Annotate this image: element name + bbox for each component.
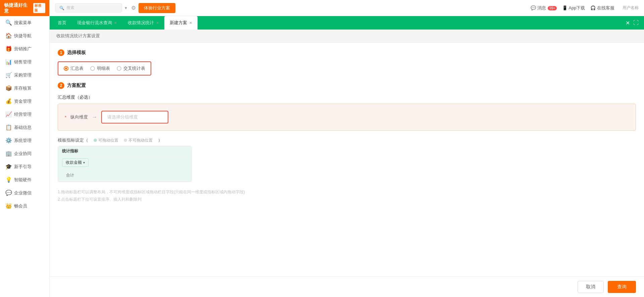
sidebar-item-label: 系统管理: [14, 138, 32, 144]
vertical-dimension-label: 纵向维度: [70, 114, 88, 120]
cart-icon: 🛒: [5, 72, 11, 78]
metrics-table: 统计指标 收款金额 ▾ 合计: [58, 146, 192, 182]
query-button[interactable]: 查询: [608, 281, 636, 293]
section2-num: 2: [58, 82, 64, 89]
radio-detail[interactable]: 明细表: [90, 65, 110, 71]
required-marker: *: [65, 115, 66, 120]
maximize-icon[interactable]: ⛶: [633, 20, 639, 26]
dimension-label-text: 汇总维度（必选）: [58, 95, 93, 100]
sidebar-item-label: 基础信息: [14, 125, 32, 131]
tabbar-right: ✕ ⛶: [626, 20, 641, 26]
topbar: 🔍 搜索 ▾ ⚙ 体验行业方案 💬 消息 99+ 📱 App下载 🎧 在线客服 …: [50, 0, 644, 16]
form-area: 1 选择模板 汇总表 明细表 交叉统计表 2: [50, 43, 644, 277]
bulb-icon: 💡: [5, 177, 11, 183]
tip-2: 2.点击标题栏下拉可设置排序、插入列和删除列: [58, 196, 636, 203]
close-window-icon[interactable]: ✕: [626, 20, 630, 26]
sidebar-item-label: 库存核算: [14, 85, 32, 91]
radio-cross-dot: [117, 66, 121, 71]
radio-summary-label: 汇总表: [70, 65, 84, 71]
sidebar-item-search[interactable]: 🔍 搜索菜单: [0, 16, 49, 29]
download-item[interactable]: 📱 App下载: [562, 5, 585, 11]
sidebar-item-purchase[interactable]: 🛒 采购管理: [0, 68, 49, 82]
sidebar-item-label: 资金管理: [14, 98, 32, 104]
notification-label: 消息: [537, 5, 546, 10]
sidebar-item-corp[interactable]: 🏢 企业协同: [0, 147, 49, 160]
tab-new-plan-close[interactable]: ✕: [189, 21, 192, 25]
tab-bank[interactable]: 现金银行流水查询 ✕: [72, 16, 122, 30]
content-area: 收款情况统计方案设置 1 选择模板 汇总表 明细表 交叉统计表: [50, 30, 644, 277]
metrics-dropdown-arrow: ▾: [83, 161, 85, 164]
template-section: 汇总表 明细表 交叉统计表: [58, 61, 151, 76]
tab-bank-close[interactable]: ✕: [114, 21, 117, 25]
section1-header: 1 选择模板: [58, 49, 636, 56]
sidebar-item-label: 快捷导航: [14, 33, 32, 39]
search-placeholder: 搜索: [66, 5, 74, 11]
tab-collection-close[interactable]: ✕: [156, 21, 159, 25]
fixed-hint: 不可拖动位置: [124, 138, 153, 143]
sidebar-item-operation[interactable]: 📈 经营管理: [0, 108, 49, 121]
industry-button[interactable]: 体验行业方案: [139, 3, 175, 13]
sidebar-item-label: 采购管理: [14, 72, 32, 78]
sidebar-item-wechat[interactable]: 💬 企业微信: [0, 186, 49, 199]
user-name: 用户名称: [623, 5, 639, 11]
gear-icon: ⚙️: [5, 137, 11, 144]
chart-icon: 📊: [5, 59, 11, 65]
sidebar-item-finance[interactable]: 💰 资金管理: [0, 95, 49, 108]
sidebar-item-label: 销售管理: [14, 59, 32, 65]
action-bar: 取消 查询: [50, 277, 644, 297]
page-title: 收款情况统计方案设置: [56, 33, 100, 38]
support-label: 在线客服: [597, 5, 614, 10]
tab-home-label: 首页: [58, 20, 66, 26]
sidebar-item-hardware[interactable]: 💡 智能硬件: [0, 173, 49, 186]
cancel-button[interactable]: 取消: [578, 281, 604, 293]
tab-new-plan[interactable]: 新建方案 ✕: [164, 16, 198, 30]
section2-title: 方案配置: [67, 83, 86, 89]
dimension-selector[interactable]: 请选择分组维度: [101, 111, 168, 123]
sidebar-item-system[interactable]: ⚙️ 系统管理: [0, 134, 49, 147]
metrics-tag-amount[interactable]: 收款金额 ▾: [62, 158, 89, 167]
sidebar-item-label: 畅会员: [14, 203, 27, 209]
dropdown-arrow[interactable]: ▾: [125, 5, 127, 10]
metrics-section: 模板指标设定（ 可拖动位置 不可拖动位置 ） 统计指标 收: [58, 137, 636, 182]
page-title-bar: 收款情况统计方案设置: [50, 30, 644, 43]
sidebar-item-sales[interactable]: 📊 销售管理: [0, 55, 49, 68]
sidebar-item-marketing[interactable]: 🎁 营销推广: [0, 42, 49, 55]
section1-title: 选择模板: [67, 50, 86, 56]
download-label: App下载: [569, 5, 585, 10]
list-icon: 📋: [5, 124, 11, 131]
fixed-dot: [124, 139, 127, 142]
sidebar-item-guide[interactable]: 🎓 新手引导: [0, 160, 49, 173]
tabbar: 首页 现金银行流水查询 ✕ 收款情况统计 ✕ 新建方案 ✕ ✕ ⛶: [50, 16, 644, 30]
dimension-row: * 纵向维度 → 请选择分组维度: [65, 111, 629, 123]
trend-icon: 📈: [5, 111, 11, 117]
metrics-header: 模板指标设定（ 可拖动位置 不可拖动位置 ）: [58, 137, 636, 143]
tab-collection[interactable]: 收款情况统计 ✕: [122, 16, 164, 30]
settings-icon[interactable]: ⚙: [131, 5, 136, 11]
radio-cross[interactable]: 交叉统计表: [117, 65, 145, 71]
sidebar-header: 畅捷通好生意 标准版: [0, 0, 49, 16]
sidebar-item-label: 新手引导: [14, 164, 32, 170]
gift-icon: 🎁: [5, 46, 11, 52]
sidebar-item-nav[interactable]: 🏠 快捷导航: [0, 29, 49, 42]
movable-dot: [94, 139, 97, 142]
radio-detail-label: 明细表: [97, 65, 110, 71]
tab-home[interactable]: 首页: [52, 16, 72, 30]
radio-summary[interactable]: 汇总表: [64, 65, 84, 71]
sidebar-item-member[interactable]: 👑 畅会员: [0, 199, 49, 212]
sidebar: 畅捷通好生意 标准版 🔍 搜索菜单 🏠 快捷导航 🎁 营销推广 📊 销售管理 🛒…: [0, 0, 50, 297]
money-icon: 💰: [5, 98, 11, 104]
search-box[interactable]: 🔍 搜索: [55, 3, 122, 12]
main-area: 🔍 搜索 ▾ ⚙ 体验行业方案 💬 消息 99+ 📱 App下载 🎧 在线客服 …: [50, 0, 644, 297]
support-item[interactable]: 🎧 在线客服: [590, 5, 614, 11]
section2-header: 2 方案配置: [58, 82, 636, 89]
sidebar-item-inventory[interactable]: 📦 库存核算: [0, 82, 49, 95]
guide-icon: 🎓: [5, 163, 11, 170]
sidebar-item-basic[interactable]: 📋 基础信息: [0, 121, 49, 134]
tab-collection-label: 收款情况统计: [128, 20, 154, 26]
radio-detail-dot: [90, 66, 95, 71]
notification-item[interactable]: 💬 消息 99+: [531, 5, 557, 11]
sidebar-item-label: 搜索菜单: [14, 20, 32, 26]
app-name: 畅捷通好生意: [4, 2, 31, 14]
topbar-right: 💬 消息 99+ 📱 App下载 🎧 在线客服 用户名称: [531, 5, 639, 11]
sidebar-item-label: 智能硬件: [14, 177, 32, 183]
